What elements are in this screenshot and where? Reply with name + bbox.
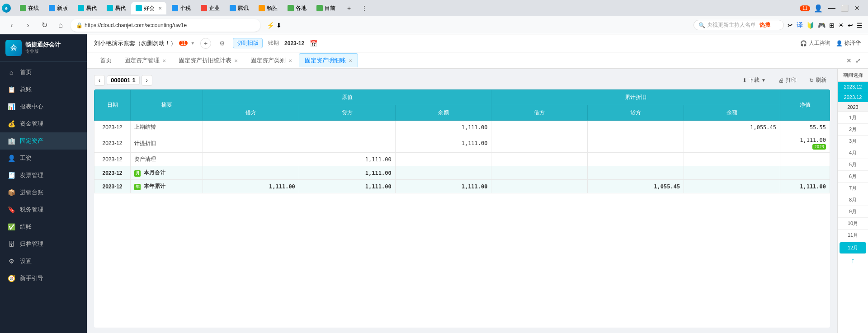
refresh-button[interactable]: ↻ 刷新	[806, 75, 830, 86]
undo-icon[interactable]: ↩	[848, 22, 853, 29]
browser-tab-muqian[interactable]: 目前	[312, 2, 340, 14]
sidebar-item-settle[interactable]: ✅ 结账	[0, 218, 87, 235]
tax-icon: 🔖	[7, 206, 15, 214]
period-month-6[interactable]: 6月	[838, 171, 868, 183]
sidebar-item-ledger[interactable]: 📋 总账	[0, 81, 87, 98]
wallet-icon[interactable]: 🔰	[807, 22, 814, 29]
tab-depreciation-close[interactable]: ✕	[234, 58, 238, 63]
tab-category[interactable]: 固定资产类别 ✕	[245, 53, 298, 67]
browser-tab-yidai2[interactable]: 易代	[102, 2, 130, 14]
extensions-icon[interactable]: ⬇	[276, 22, 282, 29]
report-icon: 📊	[7, 103, 15, 111]
sidebar-item-report[interactable]: 📊 报表中心	[0, 98, 87, 115]
period-end-item[interactable]: 2023.12	[838, 92, 868, 103]
logo-icon: 会	[5, 40, 22, 56]
service-button[interactable]: 🎧 人工咨询	[800, 39, 830, 47]
address-bar-input[interactable]: 🔒 https://cloud.chanjet.com/accounting/u…	[71, 19, 260, 32]
browser-tab-qiye[interactable]: 企业	[196, 2, 224, 14]
period-month-12[interactable]: 12月	[840, 242, 866, 254]
settings-button[interactable]: ⚙	[217, 38, 227, 49]
period-month-2[interactable]: 2月	[838, 124, 868, 136]
print-button[interactable]: 🖨 打印	[775, 75, 800, 86]
period-month-1[interactable]: 1月	[838, 112, 868, 124]
download-button[interactable]: ⬇ 下载 ▼	[739, 75, 769, 86]
switch-version-btn[interactable]: 切到旧版	[233, 38, 263, 48]
search-box[interactable]: 🔍 央视更新主持人名单 热搜	[693, 20, 784, 30]
minimize-button[interactable]: —	[826, 4, 837, 12]
home-button[interactable]: ⌂	[54, 19, 67, 32]
profile-button[interactable]: 👤	[812, 2, 825, 14]
close-window-button[interactable]: ✕	[852, 4, 863, 12]
reload-button[interactable]: ↻	[38, 19, 51, 32]
scroll-up-icon[interactable]: ↑	[838, 255, 868, 267]
period-value: 2023-12	[284, 40, 304, 47]
sidebar-item-stock[interactable]: 📦 进销台账	[0, 184, 87, 201]
sidebar-item-archive[interactable]: 🗄 归档管理	[0, 235, 87, 253]
tab-close-icon[interactable]: ✕	[158, 6, 162, 11]
browser-tab-haohui[interactable]: 好会 ✕	[131, 2, 166, 14]
tab-category-close[interactable]: ✕	[288, 58, 292, 63]
period-month-7[interactable]: 7月	[838, 183, 868, 194]
browser-tab-yidai1[interactable]: 易代	[73, 2, 101, 14]
cut-icon[interactable]: ✂	[788, 22, 793, 29]
tab-detail-ledger-close[interactable]: ✕	[349, 58, 352, 63]
maximize-button[interactable]: ⬜	[839, 4, 850, 12]
close-all-tabs-button[interactable]: ✕	[846, 57, 852, 64]
settings-icon[interactable]: ☀	[838, 22, 844, 29]
tab-fixed-mgmt-close[interactable]: ✕	[162, 58, 166, 63]
tab-home[interactable]: 首页	[94, 53, 118, 67]
new-tab-button[interactable]: +	[343, 2, 355, 14]
translate-icon[interactable]: 译	[797, 21, 803, 29]
fixed-asset-table: 日期 摘要 原值 累计折旧 净值 借方 贷方 余额	[94, 89, 830, 328]
expand-tabs-button[interactable]: ⤢	[855, 57, 861, 64]
period-month-9[interactable]: 9月	[838, 206, 868, 218]
period-start-item[interactable]: 2023.12	[838, 82, 868, 92]
sidebar-item-payroll[interactable]: 👤 工资	[0, 150, 87, 167]
sidebar-label-ledger: 总账	[20, 85, 32, 94]
cell-dep-credit	[588, 153, 684, 166]
browser-tab-zaixian[interactable]: 在线	[15, 2, 43, 14]
sidebar-item-invoice[interactable]: 🧾 发票管理	[0, 167, 87, 184]
calendar-icon[interactable]: 📅	[310, 40, 317, 47]
invoice-icon: 🧾	[7, 171, 15, 179]
next-page-button[interactable]: ›	[142, 75, 152, 86]
sidebar-item-guide[interactable]: 🧭 新手引导	[0, 270, 87, 287]
game-icon[interactable]: 🎮	[818, 22, 826, 29]
company-selector[interactable]: 刘小艳演示账套（勿删勿动！） 11 ▼	[94, 39, 195, 47]
qr-icon[interactable]: ⚡	[267, 22, 274, 29]
cell-netval: 55.55	[780, 121, 830, 134]
sidebar-label-capital: 资金管理	[20, 120, 43, 128]
browser-tab-geshui[interactable]: 个税	[167, 2, 195, 14]
table-row-monthly-total: 2023-12 月 本月合计 1,111.00	[94, 166, 830, 180]
sidebar-item-settings[interactable]: ⚙ 设置	[0, 253, 87, 270]
sidebar-item-fixed[interactable]: 🏢 固定资产	[0, 132, 87, 150]
browser-tab-changsheng[interactable]: 畅胜	[254, 2, 282, 14]
browser-tab-gedi[interactable]: 各地	[283, 2, 311, 14]
sidebar-item-tax[interactable]: 🔖 税务管理	[0, 201, 87, 218]
period-month-11[interactable]: 11月	[838, 230, 868, 241]
forward-button[interactable]: ›	[22, 19, 34, 32]
user-info[interactable]: 👤 徐泽华	[836, 39, 861, 47]
prev-page-button[interactable]: ‹	[94, 75, 105, 86]
tab-options-button[interactable]: ⋮	[358, 2, 371, 14]
period-month-8[interactable]: 8月	[838, 194, 868, 206]
tab-depreciation[interactable]: 固定资产折旧统计表 ✕	[173, 53, 244, 67]
period-month-5[interactable]: 5月	[838, 159, 868, 171]
browser-tab-tencent[interactable]: 腾讯	[225, 2, 253, 14]
sidebar-item-home[interactable]: ⌂ 首页	[0, 64, 87, 81]
cell-dep-credit: 1,055.45	[588, 180, 684, 193]
tab-fixed-mgmt[interactable]: 固定资产管理 ✕	[118, 53, 172, 67]
browser-tab-xinban[interactable]: 新版	[44, 2, 72, 14]
company-dropdown-icon: ▼	[190, 41, 195, 46]
period-month-3[interactable]: 3月	[838, 136, 868, 147]
tab-favicon	[259, 5, 265, 11]
add-button[interactable]: +	[200, 38, 211, 49]
tab-detail-ledger[interactable]: 固定资产明细账 ✕	[299, 53, 358, 67]
grid-icon[interactable]: ⊞	[829, 22, 835, 29]
sidebar-item-capital[interactable]: 💰 资金管理	[0, 115, 87, 132]
period-month-4[interactable]: 4月	[838, 147, 868, 159]
back-button[interactable]: ‹	[5, 19, 18, 32]
period-month-10[interactable]: 10月	[838, 218, 868, 230]
menu-icon[interactable]: ☰	[857, 22, 863, 29]
cell-dep-balance	[684, 166, 780, 180]
